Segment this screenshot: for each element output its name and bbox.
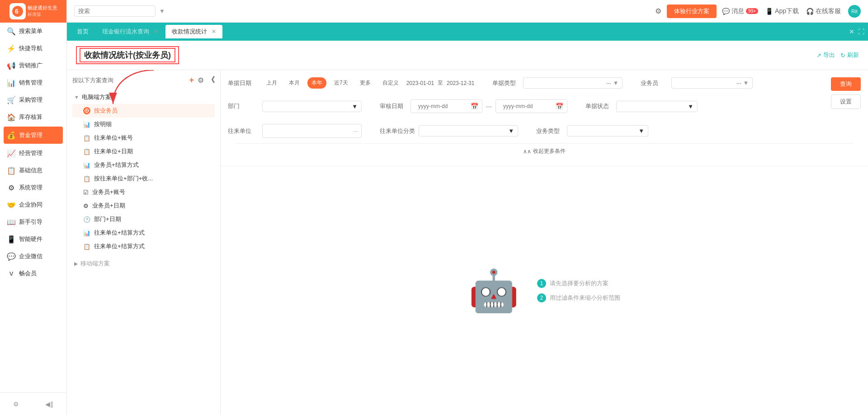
- sidebar-item-wechat[interactable]: 💬 企业微信: [0, 248, 66, 265]
- date-range-start: 2023-01-01: [406, 80, 434, 86]
- tab-close-all-icon[interactable]: ✕: [849, 28, 854, 35]
- review-date-end-calendar-icon[interactable]: 📅: [556, 103, 563, 110]
- scheme-item-by-salesperson[interactable]: 按业务员: [72, 104, 215, 118]
- sidebar-item-hardware[interactable]: 📱 智能硬件: [0, 231, 66, 248]
- review-date-start-calendar-icon[interactable]: 📅: [471, 103, 478, 110]
- settings-gear-icon[interactable]: ⚙: [655, 7, 661, 15]
- messages-button[interactable]: 💬 消息 99+: [722, 7, 758, 15]
- tab-expand-icon[interactable]: ⛶: [858, 28, 864, 35]
- partner-input[interactable]: [266, 126, 351, 136]
- partner-category-label: 往来单位分类: [380, 127, 415, 135]
- sidebar-item-search[interactable]: 🔍 搜索菜单: [0, 23, 66, 40]
- sidebar-settings-icon[interactable]: ⚙: [13, 401, 19, 408]
- partner-more-icon[interactable]: ···: [353, 128, 358, 134]
- bar-chart-icon2: 📊: [83, 230, 90, 236]
- scheme-item-salesperson-payment[interactable]: 📊 业务员+结算方式: [72, 158, 215, 172]
- query-action-buttons: 查询 设置: [831, 77, 861, 109]
- sidebar-item-marketing[interactable]: 📢 营销推广: [0, 57, 66, 74]
- online-service-button[interactable]: 🎧 在线客服: [806, 7, 841, 15]
- partner-category-select[interactable]: ▼: [419, 125, 518, 137]
- table-icon: 📋: [83, 135, 90, 141]
- scheme-item-partner-date[interactable]: 📋 往来单位+日期: [72, 145, 215, 158]
- bill-type-select[interactable]: ··· ▼: [523, 77, 623, 89]
- date-btn-last-month[interactable]: 上月: [262, 77, 281, 89]
- sidebar-item-member[interactable]: V 畅会员: [0, 265, 66, 282]
- search-menu-icon: 🔍: [7, 27, 15, 35]
- empty-instructions: 1 请先选择要分析的方案 2 用过滤条件来缩小分析范围: [537, 279, 620, 302]
- empty-step-2: 2 用过滤条件来缩小分析范围: [537, 293, 620, 302]
- app-download-button[interactable]: 📱 App下载: [765, 7, 799, 15]
- bill-type-more-icon[interactable]: ···: [606, 80, 611, 86]
- sidebar-item-purchase[interactable]: 🛒 采购管理: [0, 91, 66, 108]
- sidebar-item-quick-nav[interactable]: ⚡ 快捷导航: [0, 40, 66, 57]
- refresh-icon: ↻: [840, 52, 845, 59]
- empty-step-1: 1 请先选择要分析的方案: [537, 279, 620, 288]
- collapse-more-conditions-button[interactable]: ∧∧ 收起更多条件: [235, 143, 854, 159]
- scheme-item-partner-payment1[interactable]: 📊 往来单位+结算方式: [72, 226, 215, 240]
- scheme-item-partner-payment2[interactable]: 📋 往来单位+结算方式: [72, 240, 215, 253]
- wechat-icon: 💬: [7, 252, 15, 260]
- sidebar-item-basics[interactable]: 📋 基础信息: [0, 162, 66, 179]
- salesperson-group: 业务员 ··· ▼: [641, 77, 753, 89]
- sidebar-item-inventory[interactable]: 🏠 库存核算: [0, 108, 66, 126]
- sidebar-item-operations[interactable]: 📈 经营管理: [0, 145, 66, 162]
- add-scheme-button[interactable]: +: [189, 75, 194, 85]
- dropdown-arrow-icon[interactable]: ▼: [159, 8, 165, 14]
- date-btn-this-month[interactable]: 本月: [285, 77, 304, 89]
- refresh-button[interactable]: ↻ 刷新: [840, 51, 859, 59]
- quick-nav-icon: ⚡: [7, 44, 15, 52]
- tab-collection-stats[interactable]: 收款情况统计 ✕: [165, 25, 222, 38]
- top-header: ▼ ⚙ 体验行业方案 💬 消息 99+ 📱 App下载 🎧 在线客服 Rit: [67, 0, 868, 23]
- scheme-item-salesperson-account[interactable]: ☑ 业务员+账号: [72, 185, 215, 199]
- tab-bank-flow[interactable]: 现金银行流水查询 ✕: [96, 25, 165, 38]
- bill-status-label: 单据状态: [585, 102, 613, 110]
- salesperson-select[interactable]: ··· ▼: [671, 77, 753, 89]
- scheme-item-label: 业务员+结算方式: [94, 161, 139, 169]
- sidebar-item-label: 企业协同: [19, 201, 42, 209]
- scheme-item-dept-date[interactable]: 🕐 部门+日期: [72, 212, 215, 226]
- sidebar-item-guide[interactable]: 📖 新手引导: [0, 213, 66, 231]
- sidebar-item-label: 系统管理: [19, 184, 42, 192]
- tab-home[interactable]: 首页: [71, 25, 95, 38]
- scheme-item-salesperson-date[interactable]: ⚙ 业务员+日期: [72, 199, 215, 212]
- header-search-input[interactable]: [74, 5, 156, 17]
- export-button[interactable]: ↗ 导出: [816, 51, 835, 59]
- trial-industry-button[interactable]: 体验行业方案: [667, 5, 717, 18]
- sidebar-item-finance[interactable]: 💰 资金管理: [4, 127, 63, 144]
- date-btn-custom[interactable]: 自定义: [378, 77, 403, 89]
- guide-icon: 📖: [7, 218, 15, 226]
- business-type-group: 业务类型 ▼: [536, 125, 648, 137]
- scheme-item-label: 部门+日期: [94, 215, 121, 223]
- bill-status-select[interactable]: ▼: [616, 101, 698, 112]
- scheme-collapse-icon[interactable]: 《: [208, 75, 215, 85]
- sidebar-item-system[interactable]: ⚙ 系统管理: [0, 179, 66, 196]
- scheme-item-partner-account[interactable]: 📋 往来单位+账号: [72, 131, 215, 145]
- review-date-start-input[interactable]: [415, 101, 469, 111]
- scheme-settings-icon[interactable]: ⚙: [198, 76, 204, 85]
- check-table-icon: ☑: [83, 189, 89, 196]
- user-avatar[interactable]: Rit: [848, 5, 861, 18]
- scheme-item-by-detail[interactable]: 📊 按明细: [72, 118, 215, 131]
- tab-close-collection-stats[interactable]: ✕: [212, 28, 216, 35]
- partner-label: 往来单位: [228, 127, 255, 135]
- business-type-select[interactable]: ▼: [567, 125, 648, 137]
- tab-close-bank-flow[interactable]: ✕: [154, 28, 158, 35]
- scheme-group-pc-header[interactable]: ▼ 电脑端方案: [72, 90, 215, 104]
- online-service-label: 在线客服: [816, 7, 841, 15]
- dept-select[interactable]: ▼: [262, 101, 362, 112]
- date-btn-this-year[interactable]: 本年: [307, 77, 326, 89]
- hardware-icon: 📱: [7, 235, 15, 243]
- settings-button[interactable]: 设置: [831, 94, 861, 109]
- salesperson-more-icon[interactable]: ···: [736, 80, 741, 86]
- query-button[interactable]: 查询: [831, 77, 861, 91]
- review-date-end-input[interactable]: [500, 101, 554, 111]
- app-download-icon: 📱: [765, 8, 773, 15]
- sidebar-item-collab[interactable]: 🤝 企业协同: [0, 196, 66, 213]
- date-btn-last-7[interactable]: 近7天: [330, 77, 352, 89]
- scheme-group-mobile-header[interactable]: ▶ 移动端方案: [72, 257, 215, 270]
- sidebar-item-sales[interactable]: 📊 销售管理: [0, 74, 66, 91]
- sidebar-collapse-icon[interactable]: ◀‖: [45, 401, 53, 408]
- scheme-item-partner-dept[interactable]: 📋 按往来单位+部门+收...: [72, 172, 215, 185]
- date-btn-more[interactable]: 更多: [356, 77, 375, 89]
- message-icon: 💬: [722, 8, 730, 15]
